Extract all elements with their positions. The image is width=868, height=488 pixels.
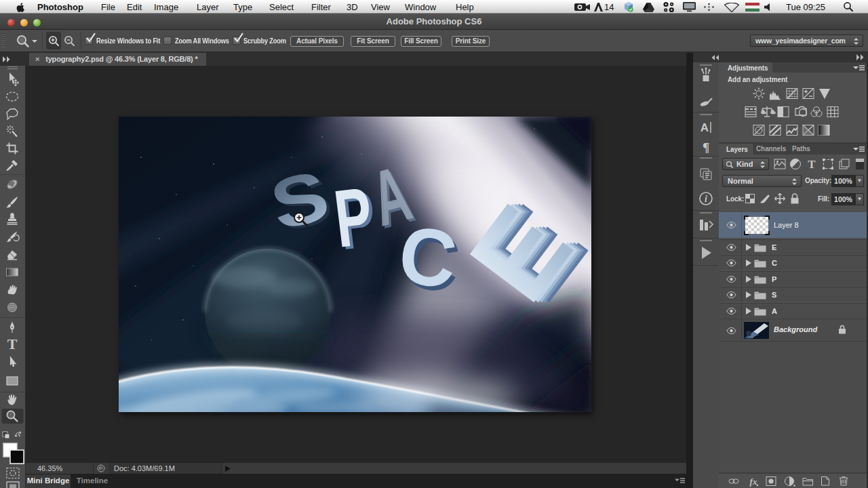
svg-text:fx: fx: [750, 476, 757, 487]
svg-text:i: i: [705, 194, 707, 204]
svg-text:T: T: [7, 336, 18, 352]
svg-text:A: A: [701, 121, 709, 134]
svg-text:T: T: [808, 158, 816, 171]
svg-text:C: C: [394, 208, 461, 305]
svg-text:¶: ¶: [703, 140, 709, 155]
